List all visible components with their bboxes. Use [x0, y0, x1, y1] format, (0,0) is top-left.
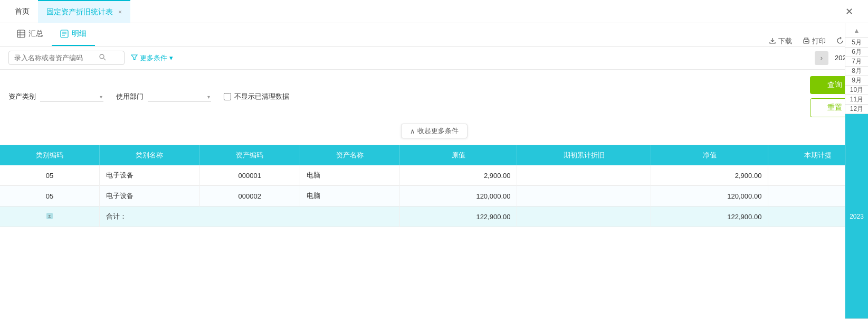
cell-accumulated: [517, 186, 651, 207]
nav-arrow-button[interactable]: ›: [815, 51, 828, 65]
svg-line-11: [104, 59, 106, 61]
cell-asset-code: 000001: [199, 165, 300, 186]
cell-asset-name: 电脑: [300, 186, 400, 207]
total-icon-cell: Σ: [0, 207, 100, 227]
print-icon: [803, 37, 810, 46]
collapse-icon: ∧: [410, 127, 415, 135]
asset-category-select[interactable]: [40, 91, 103, 102]
filter-icon: [131, 54, 138, 62]
chevron-down-icon: ▾: [169, 54, 173, 62]
svg-rect-9: [805, 41, 808, 42]
active-tab-label: 固定资产折旧统计表: [46, 7, 113, 17]
sidebar-month[interactable]: 8月: [845, 67, 868, 76]
col-cat-name: 类别名称: [100, 145, 200, 165]
top-tab-bar: 首页 固定资产折旧统计表 × ✕: [0, 0, 868, 23]
cell-asset-name: 电脑: [300, 165, 400, 186]
total-accumulated: [517, 207, 651, 227]
hide-cleared-field[interactable]: 不显示已清理数据: [224, 92, 289, 101]
department-select-wrap[interactable]: [148, 91, 211, 102]
data-table-wrap: 类别编码 类别名称 资产编码 资产名称 原值 期初累计折旧 净值 本期计提 05…: [0, 145, 868, 319]
sidebar-month[interactable]: 7月: [845, 57, 868, 67]
sidebar-month[interactable]: 12月: [845, 105, 868, 114]
sidebar-month[interactable]: 6月: [845, 48, 868, 57]
col-accumulated: 期初累计折旧: [517, 145, 651, 165]
home-tab[interactable]: 首页: [6, 0, 38, 23]
total-original: 122,900.00: [400, 207, 517, 227]
col-net-value: 净值: [651, 145, 768, 165]
table-header-row: 类别编码 类别名称 资产编码 资产名称 原值 期初累计折旧 净值 本期计提: [0, 145, 868, 165]
col-asset-code: 资产编码: [199, 145, 300, 165]
cell-original: 2,900.00: [400, 165, 517, 186]
table-row: 05 电子设备 000002 电脑 120,000.00 120,000.00: [0, 186, 868, 207]
cell-cat-code: 05: [0, 165, 100, 186]
asset-category-label: 资产类别: [8, 92, 36, 101]
col-asset-name: 资产名称: [300, 145, 400, 165]
search-bar: 更多条件 ▾ › 2023.01: [0, 46, 868, 70]
tab-detail-label: 明细: [72, 29, 87, 39]
sidebar-month[interactable]: 9月: [845, 76, 868, 86]
department-field: 使用部门: [116, 91, 211, 102]
cell-net-value: 120,000.00: [651, 186, 768, 207]
filter-row: 资产类别 使用部门 不显示已清理数据 查询 重置: [8, 76, 860, 117]
right-sidebar: ▲ 5月6月7月8月9月10月11月12月 2023: [845, 23, 868, 319]
svg-text:Σ: Σ: [49, 214, 51, 219]
summary-icon: [17, 30, 25, 38]
col-original: 原值: [400, 145, 517, 165]
hide-cleared-checkbox[interactable]: [224, 93, 231, 100]
collapse-label: 收起更多条件: [417, 126, 459, 136]
search-input[interactable]: [14, 54, 99, 62]
print-label: 打印: [812, 36, 826, 46]
sidebar-month[interactable]: 11月: [845, 95, 868, 105]
cell-accumulated: [517, 165, 651, 186]
search-input-wrap[interactable]: [8, 51, 125, 65]
print-button[interactable]: 打印: [803, 36, 826, 46]
cell-net-value: 2,900.00: [651, 165, 768, 186]
department-select[interactable]: [148, 91, 211, 102]
sidebar-month[interactable]: 5月: [845, 38, 868, 48]
cell-cat-name: 电子设备: [100, 165, 200, 186]
department-label: 使用部门: [116, 92, 144, 101]
collapse-button[interactable]: ∧ 收起更多条件: [401, 124, 468, 138]
search-icon[interactable]: [99, 53, 106, 62]
filter-area: 资产类别 使用部门 不显示已清理数据 查询 重置 ∧: [0, 70, 868, 145]
download-icon: [769, 37, 776, 46]
cell-cat-code: 05: [0, 186, 100, 207]
total-row: Σ 合计： 122,900.00 122,900.00: [0, 207, 868, 227]
collapse-bar: ∧ 收起更多条件: [8, 124, 860, 138]
download-label: 下载: [778, 36, 792, 46]
cell-cat-name: 电子设备: [100, 186, 200, 207]
col-cat-code: 类别编码: [0, 145, 100, 165]
more-filter-button[interactable]: 更多条件 ▾: [131, 53, 173, 63]
tab-detail[interactable]: 明细: [52, 23, 95, 46]
refresh-icon: [836, 37, 844, 46]
svg-rect-0: [17, 30, 25, 37]
hide-cleared-label: 不显示已清理数据: [234, 92, 289, 101]
detail-icon: [60, 30, 69, 38]
scroll-up-button[interactable]: ▲: [845, 23, 868, 38]
window-close-button[interactable]: ✕: [837, 6, 862, 17]
tab-summary[interactable]: 汇总: [8, 23, 52, 46]
asset-category-select-wrap[interactable]: [40, 91, 103, 102]
active-tab[interactable]: 固定资产折旧统计表 ×: [38, 0, 130, 23]
table-row: 05 电子设备 000001 电脑 2,900.00 2,900.00: [0, 165, 868, 186]
cell-asset-code: 000002: [199, 186, 300, 207]
close-tab-button[interactable]: ×: [118, 8, 122, 16]
year-badge[interactable]: 2023: [845, 114, 868, 319]
svg-point-10: [100, 54, 104, 59]
tab-summary-label: 汇总: [28, 29, 43, 39]
download-button[interactable]: 下载: [769, 36, 792, 46]
asset-category-field: 资产类别: [8, 91, 103, 102]
cell-original: 120,000.00: [400, 186, 517, 207]
sidebar-month[interactable]: 10月: [845, 86, 868, 95]
data-table: 类别编码 类别名称 资产编码 资产名称 原值 期初累计折旧 净值 本期计提 05…: [0, 145, 868, 227]
more-filter-label: 更多条件: [140, 53, 167, 63]
secondary-tab-row: 汇总 明细 下载: [0, 23, 868, 46]
total-net-value: 122,900.00: [651, 207, 768, 227]
total-label: 合计：: [100, 207, 400, 227]
